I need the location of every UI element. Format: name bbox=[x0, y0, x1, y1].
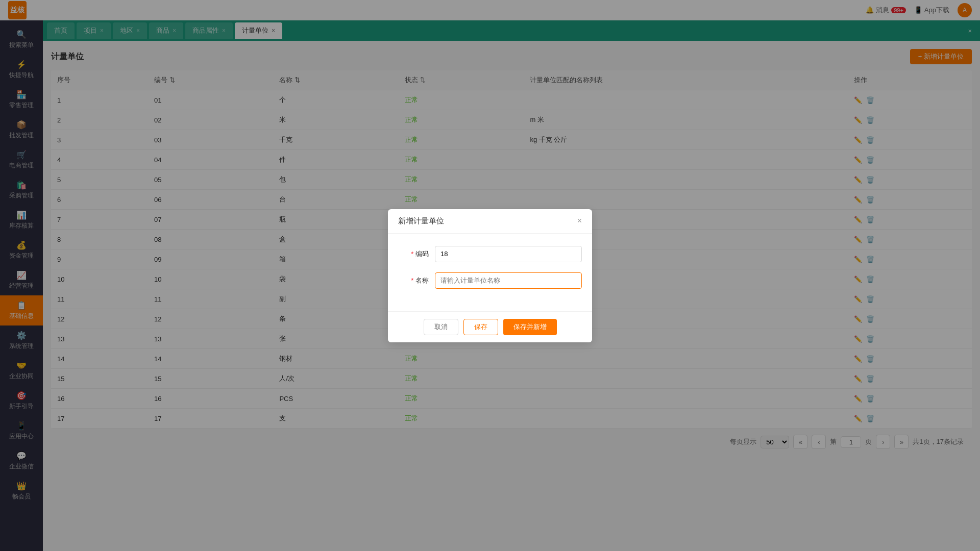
code-label-text: 编码 bbox=[415, 250, 429, 258]
form-row-name: * 名称 bbox=[398, 272, 582, 289]
modal-footer: 取消 保存 保存并新增 bbox=[388, 311, 592, 342]
save-add-button[interactable]: 保存并新增 bbox=[503, 319, 557, 335]
modal-header: 新增计量单位 × bbox=[388, 209, 592, 234]
code-input[interactable] bbox=[435, 246, 582, 262]
name-label: * 名称 bbox=[398, 276, 429, 285]
required-star-name: * bbox=[411, 277, 413, 284]
modal-close-button[interactable]: × bbox=[577, 216, 582, 226]
name-input[interactable] bbox=[435, 272, 582, 289]
name-label-text: 名称 bbox=[415, 277, 429, 284]
cancel-button[interactable]: 取消 bbox=[424, 319, 458, 335]
add-unit-modal: 新增计量单位 × * 编码 * 名称 取消 保存 保存并新增 bbox=[388, 209, 592, 342]
save-button[interactable]: 保存 bbox=[463, 319, 498, 335]
modal-title: 新增计量单位 bbox=[398, 216, 444, 226]
code-label: * 编码 bbox=[398, 249, 429, 259]
form-row-code: * 编码 bbox=[398, 246, 582, 262]
modal-overlay: 新增计量单位 × * 编码 * 名称 取消 保存 保存并新增 bbox=[0, 0, 980, 551]
modal-body: * 编码 * 名称 bbox=[388, 234, 592, 311]
required-star-code: * bbox=[411, 250, 413, 258]
